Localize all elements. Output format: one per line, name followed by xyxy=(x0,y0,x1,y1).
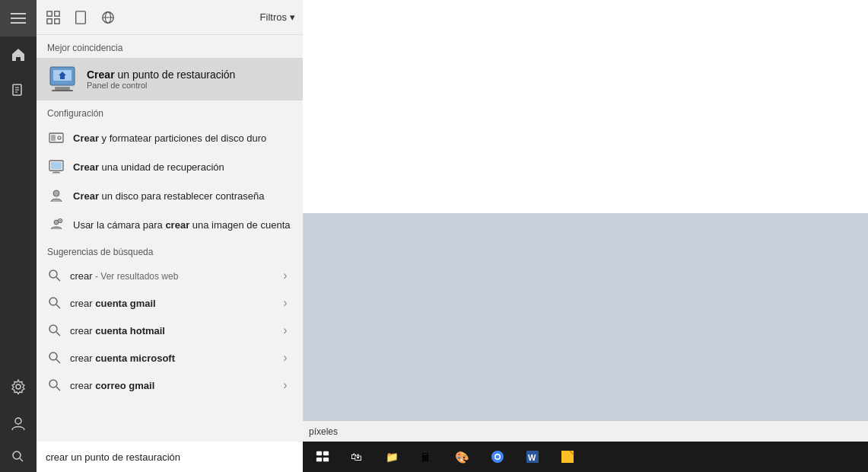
search-icon-1 xyxy=(47,268,62,283)
svg-rect-5 xyxy=(323,451,329,455)
user-button[interactable] xyxy=(0,405,37,442)
globe-icon[interactable] xyxy=(99,8,117,27)
suggestion-text-4: crear cuenta microsoft xyxy=(70,352,271,364)
settings-button[interactable] xyxy=(0,368,37,405)
svg-rect-38 xyxy=(55,87,70,90)
svg-point-55 xyxy=(49,325,57,333)
page-icon[interactable] xyxy=(72,8,90,27)
taskbar-icons: 🛍 📁 🖩 🎨 xyxy=(303,442,584,472)
svg-point-61 xyxy=(13,451,21,459)
suggestion-text-2: crear cuenta gmail xyxy=(70,298,271,309)
svg-point-53 xyxy=(49,298,57,305)
svg-rect-7 xyxy=(323,458,329,461)
config-item-3-text: Crear un disco para restablecer contrase… xyxy=(73,190,264,202)
suggestion-item-4[interactable]: crear cuenta microsoft › xyxy=(37,344,303,372)
best-match-bold: Crear xyxy=(87,69,115,81)
word-icon[interactable]: W xyxy=(516,442,549,472)
svg-point-47 xyxy=(53,190,59,196)
file-explorer-icon[interactable]: 📁 xyxy=(376,442,409,472)
svg-rect-44 xyxy=(51,162,62,169)
svg-line-52 xyxy=(56,277,60,281)
svg-point-57 xyxy=(49,352,57,360)
suggestion-arrow-3: › xyxy=(278,324,292,337)
svg-rect-45 xyxy=(54,171,59,172)
svg-rect-46 xyxy=(52,172,60,174)
calculator-icon[interactable]: 🖩 xyxy=(411,442,444,472)
suggestion-arrow-5: › xyxy=(278,378,292,392)
suggestion-item-2[interactable]: crear cuenta gmail › xyxy=(37,289,303,317)
best-match-title: Crear un punto de restauración xyxy=(87,69,235,81)
best-match-item[interactable]: Crear un punto de restauración Panel de … xyxy=(37,58,303,100)
svg-rect-29 xyxy=(55,11,59,15)
home-button[interactable] xyxy=(0,37,37,73)
svg-text:🎨: 🎨 xyxy=(455,451,469,464)
grid-icon[interactable] xyxy=(44,8,62,27)
suggestion-item-3[interactable]: crear cuenta hotmail › xyxy=(37,317,303,344)
config-item-3[interactable]: Crear un disco para restablecer contrase… xyxy=(37,181,303,210)
search-icon-2 xyxy=(47,295,62,311)
config-item-2-text: Crear una unidad de recuperación xyxy=(73,161,224,173)
section-label-best-match: Mejor coincidencia xyxy=(37,35,303,58)
svg-rect-20 xyxy=(11,18,26,19)
svg-rect-6 xyxy=(316,458,322,461)
suggestion-text-3: crear cuenta hotmail xyxy=(70,325,271,336)
svg-text:W: W xyxy=(528,453,536,462)
filter-button[interactable]: Filtros ▾ xyxy=(260,11,295,23)
best-match-icon xyxy=(47,64,78,94)
store-icon[interactable]: 🛍 xyxy=(341,442,374,472)
main-content-blue xyxy=(303,213,868,442)
disk-icon xyxy=(47,129,65,147)
search-icon-5 xyxy=(47,378,62,393)
search-panel: Filtros ▾ Mejor coincidencia Crear un pu… xyxy=(37,0,303,442)
svg-point-14 xyxy=(496,455,500,459)
svg-point-51 xyxy=(49,270,57,278)
svg-rect-21 xyxy=(11,22,26,24)
section-label-suggestions: Sugerencias de búsqueda xyxy=(37,239,303,262)
task-view-button[interactable] xyxy=(306,442,339,472)
svg-rect-39 xyxy=(52,90,73,91)
best-match-rest: un punto de restauración xyxy=(115,69,236,81)
svg-line-62 xyxy=(20,458,23,461)
search-bar-icon xyxy=(0,442,37,472)
svg-rect-41 xyxy=(51,135,56,141)
config-item-4[interactable]: Usar la cámara para crear una imagen de … xyxy=(37,210,303,239)
svg-point-59 xyxy=(49,380,57,387)
config-item-2[interactable]: Crear una unidad de recuperación xyxy=(37,152,303,181)
hamburger-button[interactable] xyxy=(0,0,37,37)
suggestion-text-1: crear - Ver resultados web xyxy=(70,270,271,282)
config-item-1[interactable]: Crear y formatear particiones del disco … xyxy=(37,123,303,152)
config-item-4-text: Usar la cámara para crear una imagen de … xyxy=(73,219,290,231)
svg-text:📁: 📁 xyxy=(386,451,399,464)
sidebar xyxy=(0,0,37,442)
svg-rect-30 xyxy=(47,18,52,23)
sticky-notes-icon[interactable] xyxy=(551,442,584,472)
panel-toolbar: Filtros ▾ xyxy=(37,0,303,35)
section-label-config: Configuración xyxy=(37,100,303,123)
best-match-subtitle: Panel de control xyxy=(87,81,235,90)
best-match-text: Crear un punto de restauración Panel de … xyxy=(87,69,235,90)
svg-rect-31 xyxy=(55,18,59,23)
search-icon-3 xyxy=(47,323,62,338)
svg-point-50 xyxy=(59,220,61,222)
suggestion-text-5: crear correo gmail xyxy=(70,380,271,391)
recent-docs-button[interactable] xyxy=(0,73,37,110)
svg-text:🖩: 🖩 xyxy=(420,451,431,464)
svg-point-42 xyxy=(58,136,61,139)
chrome-icon[interactable] xyxy=(481,442,514,472)
svg-point-26 xyxy=(16,384,21,389)
svg-rect-28 xyxy=(47,11,52,15)
svg-text:🛍: 🛍 xyxy=(351,451,361,463)
suggestion-item-1[interactable]: crear - Ver resultados web › xyxy=(37,262,303,289)
config-item-1-text: Crear y formatear particiones del disco … xyxy=(73,132,266,144)
search-bar[interactable] xyxy=(37,442,303,472)
monitor-icon xyxy=(47,158,65,176)
filter-chevron: ▾ xyxy=(290,11,295,23)
svg-line-60 xyxy=(56,387,60,391)
pixel-label: píxeles xyxy=(309,426,338,437)
svg-point-27 xyxy=(15,418,21,424)
search-icon-4 xyxy=(47,350,62,365)
suggestion-arrow-1: › xyxy=(278,269,292,282)
search-input[interactable] xyxy=(46,451,294,463)
paint-icon[interactable]: 🎨 xyxy=(446,442,479,472)
suggestion-item-5[interactable]: crear correo gmail › xyxy=(37,372,303,399)
